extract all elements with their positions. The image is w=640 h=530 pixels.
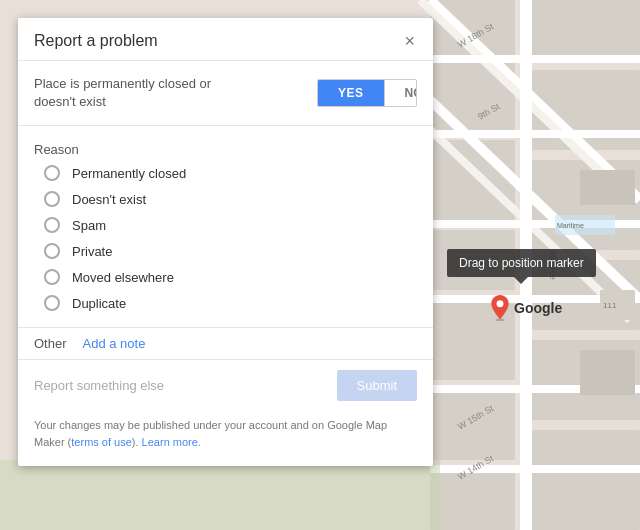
- svg-text:Maritime: Maritime: [557, 222, 584, 229]
- learn-more-link[interactable]: Learn more.: [142, 436, 201, 448]
- report-problem-dialog: Report a problem × Place is permanently …: [18, 18, 433, 466]
- toggle-label: Place is permanently closed or doesn't e…: [34, 75, 254, 111]
- radio-option-doesnt-exist[interactable]: Doesn't exist: [44, 191, 417, 207]
- radio-option-moved-elsewhere[interactable]: Moved elsewhere: [44, 269, 417, 285]
- drag-position-tooltip: Drag to position marker: [447, 249, 596, 277]
- radio-text-doesnt-exist: Doesn't exist: [72, 192, 146, 207]
- dialog-title: Report a problem: [34, 32, 158, 50]
- svg-rect-13: [530, 430, 640, 530]
- svg-rect-19: [430, 130, 640, 138]
- radio-circle-duplicate: [44, 295, 60, 311]
- svg-point-38: [497, 300, 504, 307]
- svg-rect-36: [0, 460, 440, 530]
- radio-circle-moved-elsewhere: [44, 269, 60, 285]
- terms-of-use-link[interactable]: terms of use: [71, 436, 132, 448]
- radio-option-duplicate[interactable]: Duplicate: [44, 295, 417, 311]
- reason-label: Reason: [34, 142, 417, 157]
- place-closed-toggle-row: Place is permanently closed or doesn't e…: [18, 61, 433, 125]
- reason-options: Permanently closedDoesn't existSpamPriva…: [34, 165, 417, 311]
- submit-button[interactable]: Submit: [337, 370, 417, 401]
- report-else-label: Report something else: [34, 378, 164, 393]
- radio-option-private[interactable]: Private: [44, 243, 417, 259]
- svg-rect-7: [430, 470, 515, 530]
- radio-option-permanently-closed[interactable]: Permanently closed: [44, 165, 417, 181]
- svg-rect-3: [430, 140, 515, 220]
- svg-rect-30: [580, 170, 635, 205]
- radio-text-private: Private: [72, 244, 112, 259]
- radio-text-spam: Spam: [72, 218, 106, 233]
- other-row: Other Add a note: [18, 327, 433, 359]
- no-button[interactable]: NO: [384, 80, 417, 106]
- yes-no-toggle[interactable]: YES NO: [317, 79, 417, 107]
- add-note-link[interactable]: Add a note: [83, 336, 146, 351]
- close-button[interactable]: ×: [402, 32, 417, 50]
- dialog-header: Report a problem ×: [18, 18, 433, 61]
- radio-circle-permanently-closed: [44, 165, 60, 181]
- radio-text-duplicate: Duplicate: [72, 296, 126, 311]
- radio-text-moved-elsewhere: Moved elsewhere: [72, 270, 174, 285]
- report-something-else-row: Report something else Submit: [18, 359, 433, 407]
- radio-circle-spam: [44, 217, 60, 233]
- svg-rect-31: [580, 350, 635, 395]
- svg-rect-18: [430, 55, 640, 63]
- radio-circle-doesnt-exist: [44, 191, 60, 207]
- svg-rect-8: [530, 0, 640, 60]
- radio-circle-private: [44, 243, 60, 259]
- svg-text:111: 111: [603, 301, 617, 310]
- google-map-marker[interactable]: Google: [490, 295, 562, 321]
- other-label: Other: [34, 336, 67, 351]
- divider-1: [18, 125, 433, 126]
- reason-section: Reason Permanently closedDoesn't existSp…: [18, 136, 433, 327]
- footer-text: Your changes may be published under your…: [18, 407, 433, 450]
- google-place-label: Google: [514, 300, 562, 316]
- radio-text-permanently-closed: Permanently closed: [72, 166, 186, 181]
- yes-button[interactable]: YES: [318, 80, 384, 106]
- radio-option-spam[interactable]: Spam: [44, 217, 417, 233]
